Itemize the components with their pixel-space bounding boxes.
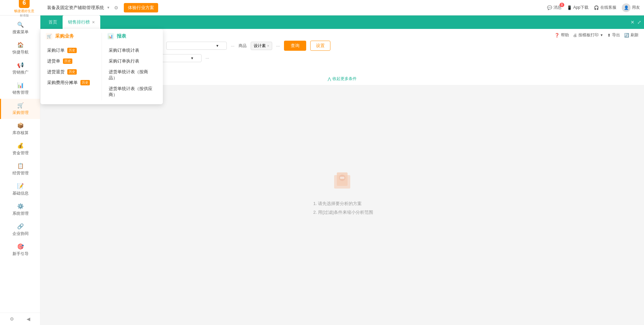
tab-sales-rank[interactable]: 销售排行榜 ✕ <box>63 15 100 29</box>
sidebar-label-search: 搜索菜单 <box>12 29 29 35</box>
goods-label: 商品 <box>239 43 247 49</box>
history-badge-incoming: 历史 <box>63 58 72 64</box>
export-icon: ⬆ <box>607 33 611 38</box>
sidebar-item-inventory[interactable]: 📦 库存核算 <box>0 119 40 139</box>
app-download-button[interactable]: 📱 App下载 <box>567 5 588 10</box>
empty-state: 请先选择要分析的方案 用[过滤]条件来缩小分析范围 <box>40 85 644 325</box>
help-button[interactable]: ❓ 帮助 <box>554 32 569 38</box>
system-title-arrow-icon[interactable]: ▼ <box>107 6 110 9</box>
dropdown-item-purchase-order[interactable]: 采购订单 历史 <box>46 45 96 56</box>
sidebar-label-quick: 快捷导航 <box>12 49 29 55</box>
procurement-icon: 🛒 <box>17 102 24 109</box>
print-button[interactable]: 🖨 按模板打印 ▼ <box>573 32 603 38</box>
sidebar-label-procurement: 采购管理 <box>12 110 29 116</box>
procurement-dropdown: 🛒 采购业务 采购订单 历史 进货单 历史 进货退货 历史 采购费用分摊单 历史 <box>40 29 163 104</box>
sidebar-item-basic[interactable]: 📝 基础信息 <box>0 179 40 200</box>
tab-bar: 首页 销售排行榜 ✕ ✕ ⤢ <box>40 15 644 29</box>
procurement-business-header: 🛒 采购业务 <box>46 33 96 42</box>
sidebar-label-system: 系统管理 <box>12 211 29 216</box>
goods-more-dots[interactable]: ··· <box>276 43 280 48</box>
sidebar-item-system[interactable]: ⚙️ 系统管理 <box>0 200 40 220</box>
sales-icon: 📊 <box>17 82 24 88</box>
logo-icon: 6 <box>19 0 30 8</box>
guide-icon: 🎯 <box>17 243 24 250</box>
sidebar-label-finance: 资金管理 <box>12 150 29 156</box>
procurement-business-col: 🛒 采购业务 采购订单 历史 进货单 历史 进货退货 历史 采购费用分摊单 历史 <box>40 33 102 100</box>
sidebar-label-guide: 新手引导 <box>12 251 29 257</box>
industry-button[interactable]: 体验行业方案 <box>124 3 158 12</box>
print-arrow-icon: ▼ <box>600 33 603 37</box>
set-button[interactable]: 设置 <box>310 41 330 51</box>
salesperson-more-dots[interactable]: ··· <box>206 55 209 60</box>
dropdown-item-purchase-exec[interactable]: 采购订单执行表 <box>107 56 158 67</box>
report-col: 📊 报表 采购订单统计表 采购订单执行表 进货单统计表（按商品） 进货单统计表（… <box>102 33 163 100</box>
top-bar: 6 畅捷通好生意 标准版 装备及固定资产辅助管理系统 ▼ ⚙ 体验行业方案 💬 … <box>0 0 644 15</box>
inventory-icon: 📦 <box>17 122 24 129</box>
sidebar-item-sales[interactable]: 📊 销售管理 <box>0 79 40 99</box>
tab-home[interactable]: 首页 <box>43 15 63 29</box>
report-header-icon: 📊 <box>107 33 114 40</box>
finance-icon: 💰 <box>17 143 24 149</box>
sidebar-item-marketing[interactable]: 📢 营销推广 <box>0 58 40 79</box>
tab-close-icon[interactable]: ✕ <box>92 20 95 25</box>
sidebar-item-guide[interactable]: 🎯 新手引导 <box>0 240 40 260</box>
close-window-icon[interactable]: ✕ <box>631 19 635 25</box>
chevron-down-icon: ▾ <box>216 43 218 48</box>
tag-close-icon[interactable]: × <box>267 44 269 48</box>
history-badge-return: 历史 <box>67 69 77 75</box>
logo-sub: 标准版 <box>20 13 29 18</box>
sidebar-label-inventory: 库存核算 <box>12 130 29 136</box>
status-select[interactable]: ▾ <box>166 42 227 50</box>
collapse-icon[interactable]: ◀ <box>27 316 30 322</box>
dropdown-item-incoming[interactable]: 进货单 历史 <box>46 56 96 67</box>
maximize-icon[interactable]: ⤢ <box>637 19 641 25</box>
dropdown-item-return[interactable]: 进货退货 历史 <box>46 67 96 77</box>
collapse-button[interactable]: ⋀ 收起更多条件 <box>328 76 357 82</box>
home-icon: 🏠 <box>17 42 24 48</box>
print-icon: 🖨 <box>573 33 577 38</box>
dropdown-columns: 🛒 采购业务 采购订单 历史 进货单 历史 进货退货 历史 采购费用分摊单 历史 <box>40 33 163 100</box>
system-title: 装备及固定资产辅助管理系统 ▼ ⚙ 体验行业方案 <box>47 3 547 12</box>
sidebar-label-operation: 经营管理 <box>12 170 29 176</box>
headset-icon: 🎧 <box>594 5 599 10</box>
dropdown-item-expense[interactable]: 采购费用分摊单 历史 <box>46 77 96 88</box>
goods-tag: 设计素 × <box>251 42 272 50</box>
sidebar-item-finance[interactable]: 💰 资金管理 <box>0 139 40 159</box>
sidebar-label-marketing: 营销推广 <box>12 70 29 75</box>
search-icon: 🔍 <box>17 22 24 28</box>
marketing-icon: 📢 <box>17 62 24 68</box>
notification-badge: 8 <box>560 3 564 7</box>
online-service-button[interactable]: 🎧 在线客服 <box>594 5 616 10</box>
enterprise-icon: 🔗 <box>17 223 24 230</box>
sidebar-label-enterprise: 企业协同 <box>12 231 29 237</box>
logo-text: 畅捷通好生意 <box>14 9 34 13</box>
empty-illustration <box>329 167 356 194</box>
dropdown-item-purchase-stat[interactable]: 采购订单统计表 <box>107 45 158 56</box>
dropdown-item-incoming-by-supplier[interactable]: 进货单统计表（按供应商） <box>107 83 158 100</box>
avatar: 👤 <box>622 3 631 12</box>
messages-button[interactable]: 💬 8 消息 <box>547 5 562 10</box>
salesperson-chevron-icon: ▾ <box>191 56 193 60</box>
sidebar-item-search[interactable]: 🔍 搜索菜单 <box>0 18 40 38</box>
export-button[interactable]: ⬆ 导出 <box>607 32 620 38</box>
search-button[interactable]: 查询 <box>284 41 306 51</box>
phone-icon: 📱 <box>567 5 572 10</box>
collapse-up-icon: ⋀ <box>328 77 331 81</box>
user-menu[interactable]: 👤 用友 <box>622 3 640 12</box>
sidebar-item-quick[interactable]: 🏠 快捷导航 <box>0 38 40 58</box>
refresh-button[interactable]: 🔄 刷新 <box>624 32 639 38</box>
sidebar-item-procurement[interactable]: 🛒 采购管理 <box>0 99 40 119</box>
sidebar-item-operation[interactable]: 📋 经营管理 <box>0 159 40 179</box>
sidebar-bottom: ⚙ ◀ <box>0 313 40 325</box>
gear-icon[interactable]: ⚙ <box>114 5 118 10</box>
dropdown-item-incoming-by-goods[interactable]: 进货单统计表（按商品） <box>107 67 158 83</box>
status-more-dots[interactable]: ··· <box>231 43 235 48</box>
help-icon: ❓ <box>554 33 560 38</box>
logo-area: 6 畅捷通好生意 标准版 <box>4 0 44 18</box>
sidebar-item-enterprise[interactable]: 🔗 企业协同 <box>0 220 40 240</box>
settings-icon[interactable]: ⚙ <box>10 316 14 322</box>
svg-rect-3 <box>340 176 345 178</box>
message-icon: 💬 <box>547 5 552 10</box>
sidebar: 🔍 搜索菜单 🏠 快捷导航 📢 营销推广 📊 销售管理 🛒 采购管理 📦 库存核… <box>0 15 40 325</box>
tab-window-buttons: ✕ ⤢ <box>631 19 641 25</box>
